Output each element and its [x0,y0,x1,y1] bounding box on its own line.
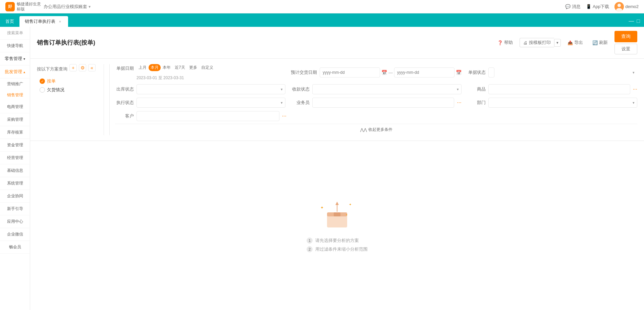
dept-label: 部门 [467,100,486,106]
sidebar-search[interactable]: 搜索菜单 [0,27,30,40]
sidebar-item-appstore[interactable]: 应用中心 [0,215,30,228]
export-button[interactable]: 📤 导出 [565,38,586,47]
empty-illustration: ✦ ✦ ✦ [317,199,357,234]
doc-status-label: 单据状态 [467,69,486,75]
sidebar-item-enterprise[interactable]: 企业协同 [0,190,30,203]
plan-item-by-order[interactable]: ✓ 按单 [37,77,98,86]
salesman-dots-button[interactable]: ··· [457,100,461,106]
svg-point-1 [618,4,621,7]
plan-active-dot: ✓ [40,79,45,84]
minimize-button[interactable]: — [629,18,634,27]
maximize-button[interactable]: □ [637,18,640,27]
sidebar-item-member[interactable]: 畅会员 [0,241,30,254]
print-icon: 🖨 [523,40,528,45]
breadcrumb: 办公用品行业模拟账套 ▾ [44,4,91,10]
sidebar-item-purchase[interactable]: 采购管理 [0,113,30,126]
message-icon: 💬 [565,4,571,9]
print-button[interactable]: 🖨 按模板打印 [520,38,554,47]
add-plan-button[interactable]: + [69,64,77,71]
predicted-date-start[interactable] [320,67,380,78]
collapse-filters-button[interactable]: ⋀⋀ 收起更多条件 [360,127,392,133]
settings-button[interactable]: 设置 [614,44,637,54]
refresh-button[interactable]: 🔄 刷新 [590,38,610,47]
calendar-start-icon[interactable]: 📅 [381,70,387,75]
goods-input[interactable] [488,84,630,94]
sidebar-item-sales[interactable]: 销售管理 [0,90,30,101]
sidebar-item-wechat[interactable]: 企业微信 [0,228,30,241]
svg-rect-5 [334,212,340,216]
tab-close-button[interactable]: × [57,19,63,24]
sidebar-item-finance[interactable]: 资金管理 [0,139,30,152]
customer-label: 客户 [115,113,134,119]
filter-panel-title: 按以下方案查询 [37,66,67,72]
collapse-panel-button[interactable]: « [88,64,96,71]
date-tab-more[interactable]: 更多 [187,64,199,71]
avatar [614,2,624,11]
refresh-icon: 🔄 [592,40,598,45]
sidebar-item-basic[interactable]: 基础信息 [0,164,30,177]
logo-icon: 好 [5,2,15,11]
export-icon: 📤 [568,40,573,45]
page-title: 销售订单执行表(按单) [37,39,95,47]
user-name: demo2 [625,4,639,9]
sidebar-quick-nav[interactable]: 快捷导航 [0,40,30,52]
print-dropdown[interactable]: 🖨 按模板打印 ▾ [520,38,561,47]
breadcrumb-chevron-icon[interactable]: ▾ [89,4,91,9]
sidebar-item-inventory[interactable]: 库存核算 [0,126,30,139]
date-tab-this-month[interactable]: 本月 [149,64,161,71]
goods-dots-button[interactable]: ··· [633,86,637,92]
sidebar-item-marketing[interactable]: 营销推广 [0,79,30,90]
exec-status-label: 执行状态 [115,100,134,106]
plan-item-shortage[interactable]: 欠货情况 [37,86,98,94]
date-range-text: 2023-03-01 至 2023-03-31 [137,75,184,81]
tab-sales-execution[interactable]: 销售订单执行表 × [19,16,68,27]
settings-plan-button[interactable]: ⚙ [79,64,86,71]
query-button[interactable]: 查询 [614,31,637,42]
collect-status-select[interactable] [312,84,461,94]
user-menu[interactable]: demo2 [614,2,639,11]
breadcrumb-text: 办公用品行业模拟账套 [44,4,87,10]
sidebar-item-system[interactable]: 系统管理 [0,177,30,190]
print-dropdown-arrow[interactable]: ▾ [554,39,561,47]
dept-select[interactable] [488,98,637,108]
customer-dots-button[interactable]: ··· [282,113,286,119]
out-status-select[interactable] [137,84,285,94]
date-tab-7days[interactable]: 近7天 [173,64,187,71]
date-field-label: 单据日期 [115,65,134,71]
svg-text:✦: ✦ [349,203,352,206]
collect-status-label: 收款状态 [291,86,310,92]
svg-text:✦: ✦ [345,213,348,216]
message-button[interactable]: 💬 消息 [565,4,581,10]
sidebar-item-ecommerce[interactable]: 电商管理 [0,101,30,113]
exec-status-select[interactable] [137,98,285,108]
svg-marker-10 [335,202,339,205]
sidebar-item-wholesale[interactable]: 批发管理 ▴ [0,65,30,79]
tab-home[interactable]: 首页 [0,16,19,27]
out-status-label: 出库状态 [115,86,134,92]
goods-label: 商品 [467,86,486,92]
sidebar-item-newbie[interactable]: 新手引导 [0,203,30,215]
collapse-icon: ⋀⋀ [360,127,367,132]
date-tab-this-year[interactable]: 本年 [161,64,173,71]
predicted-date-end[interactable] [394,67,454,78]
sidebar-item-operations[interactable]: 经营管理 [0,152,30,164]
date-tabs: 上月 本月 本年 近7天 更多 自定义 [137,64,215,71]
sidebar-item-retail[interactable]: 零售管理 ▾ [0,52,30,65]
help-button[interactable]: ❓ 帮助 [495,38,516,47]
salesman-input[interactable] [312,98,454,108]
date-tab-custom[interactable]: 自定义 [199,64,215,71]
wholesale-chevron-icon: ▴ [23,70,25,74]
svg-text:✦: ✦ [320,205,324,210]
calendar-end-icon[interactable]: 📅 [456,70,462,75]
doc-status-select[interactable] [488,67,494,78]
date-tab-last-month[interactable]: 上月 [137,64,149,71]
logo-text: 畅捷通好生意 标版 [17,2,41,11]
retail-chevron-icon: ▾ [23,57,25,61]
tab-home-label: 首页 [5,18,14,24]
app-download-button[interactable]: 📱 App下载 [586,4,609,10]
predicted-date-label: 预计交货日期 [291,69,317,75]
plan-inactive-dot [40,87,45,93]
app-download-icon: 📱 [586,4,591,9]
customer-input[interactable] [137,111,279,121]
empty-steps: 1 请先选择要分析的方案 2 用过滤条件来缩小分析范围 [307,238,368,252]
